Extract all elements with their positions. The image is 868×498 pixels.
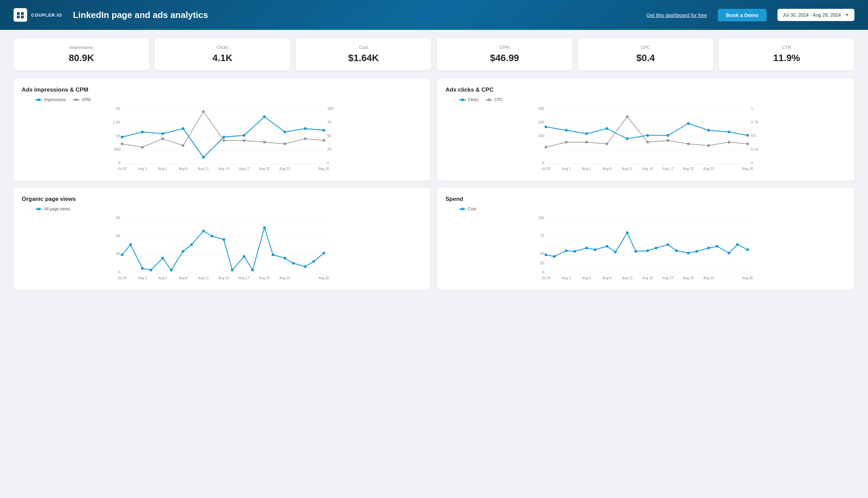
svg-point-149 [573, 250, 576, 253]
svg-text:Aug 20: Aug 20 [259, 167, 270, 171]
svg-point-123 [304, 265, 307, 268]
legend-all-page-views: All page views [35, 207, 70, 211]
kpi-card-ctr: CTR 11.9% [719, 38, 854, 70]
svg-text:Aug 14: Aug 14 [642, 276, 653, 280]
svg-point-24 [223, 136, 225, 139]
svg-rect-1 [21, 12, 24, 15]
kpi-label-3: CPM [445, 45, 564, 50]
svg-point-164 [727, 252, 730, 254]
svg-point-36 [243, 139, 245, 142]
svg-point-85 [727, 141, 730, 144]
spend-chart-area: 100 75 50 25 0 [445, 214, 846, 282]
svg-point-27 [283, 131, 286, 133]
svg-text:Aug 5: Aug 5 [158, 167, 168, 171]
organic-views-chart-card: Organic page views All page views 3K 2K … [14, 187, 431, 290]
impressions-cpm-chart-area: 2K 1.5K 1K 500 0 100 75 50 25 0 [22, 105, 423, 173]
svg-text:Aug 17: Aug 17 [239, 167, 250, 171]
svg-point-40 [322, 139, 325, 142]
kpi-card-cpm: CPM $46.99 [437, 38, 572, 70]
svg-point-153 [614, 251, 617, 253]
legend-cost-label: Cost [468, 207, 476, 211]
svg-point-115 [223, 238, 225, 241]
svg-text:100: 100 [538, 216, 544, 220]
get-dashboard-link[interactable]: Get this dashboard for free [646, 12, 707, 18]
svg-point-77 [565, 141, 567, 144]
legend-cpc-dot [485, 100, 492, 101]
svg-point-120 [271, 253, 274, 256]
svg-point-68 [605, 127, 608, 130]
impressions-cpm-svg: 2K 1.5K 1K 500 0 100 75 50 25 0 [22, 105, 423, 173]
legend-views-dot [35, 209, 42, 210]
svg-point-21 [161, 132, 164, 135]
svg-point-66 [565, 129, 567, 132]
svg-point-160 [687, 252, 690, 254]
organic-views-title: Organic page views [22, 196, 423, 202]
svg-text:300: 300 [538, 106, 544, 110]
svg-point-152 [605, 245, 608, 248]
svg-point-79 [605, 143, 608, 145]
organic-views-chart-area: 3K 2K 1K 0 [22, 214, 423, 282]
impressions-cpm-chart-card: Ads impressions & CPM Impressions CPM 2K… [14, 78, 431, 181]
svg-point-20 [141, 131, 144, 133]
svg-text:Aug 23: Aug 23 [703, 167, 714, 171]
svg-text:Aug 23: Aug 23 [703, 276, 714, 280]
svg-text:Aug 2: Aug 2 [562, 276, 571, 280]
svg-point-108 [149, 269, 152, 271]
legend-cost-dot [459, 209, 466, 210]
svg-text:0.75: 0.75 [751, 120, 758, 124]
clicks-cpc-legend: Clicks CPC [459, 97, 846, 102]
kpi-card-clicks: Clicks 4.1K [155, 38, 290, 70]
svg-text:100: 100 [327, 106, 333, 110]
page-title: LinkedIn page and ads analytics [73, 10, 208, 21]
svg-point-76 [545, 146, 547, 148]
svg-point-84 [707, 144, 710, 147]
kpi-card-cpc: CPC $0.4 [578, 38, 713, 70]
date-range-picker[interactable]: Jul 30, 2024 - Aug 28, 2024 ▼ [777, 9, 854, 21]
svg-text:Aug 20: Aug 20 [259, 276, 270, 280]
svg-text:Aug 8: Aug 8 [179, 276, 188, 280]
svg-point-32 [161, 137, 164, 140]
svg-point-74 [727, 131, 730, 133]
svg-point-109 [161, 257, 164, 260]
svg-text:0: 0 [751, 161, 753, 165]
svg-text:75: 75 [327, 120, 331, 124]
legend-impressions: Impressions [35, 97, 66, 102]
svg-text:Aug 11: Aug 11 [198, 276, 209, 280]
svg-point-28 [304, 127, 307, 130]
svg-text:Jul 30: Jul 30 [542, 276, 551, 280]
svg-point-23 [202, 156, 205, 159]
svg-point-75 [746, 134, 749, 137]
svg-text:Aug 8: Aug 8 [602, 167, 612, 171]
kpi-value-0: 80.9K [22, 53, 141, 63]
legend-cpm: CPM [73, 97, 91, 102]
svg-text:Aug 20: Aug 20 [683, 167, 694, 171]
legend-clicks: Clicks [459, 97, 479, 102]
svg-point-161 [695, 250, 698, 253]
svg-point-26 [263, 115, 266, 118]
svg-text:0: 0 [118, 270, 120, 274]
svg-text:50: 50 [327, 134, 331, 138]
svg-text:75: 75 [540, 234, 544, 238]
svg-point-31 [141, 146, 144, 148]
spend-title: Spend [445, 196, 846, 202]
kpi-value-5: 11.9% [727, 53, 846, 63]
spend-legend: Cost [459, 207, 846, 211]
legend-cpc-label: CPC [494, 97, 503, 102]
svg-point-150 [585, 247, 588, 249]
svg-point-151 [594, 248, 597, 251]
svg-text:1K: 1K [116, 134, 121, 138]
svg-point-106 [129, 243, 132, 246]
svg-point-73 [707, 129, 710, 132]
svg-text:Aug 8: Aug 8 [602, 276, 612, 280]
svg-text:0: 0 [542, 161, 544, 165]
legend-cost: Cost [459, 207, 476, 211]
svg-point-121 [283, 257, 286, 260]
svg-point-78 [585, 141, 588, 144]
svg-text:Aug 11: Aug 11 [622, 276, 633, 280]
svg-point-19 [121, 136, 123, 139]
svg-text:0: 0 [327, 161, 329, 165]
book-demo-button[interactable]: Book a Demo [718, 9, 766, 21]
svg-text:Aug 2: Aug 2 [138, 276, 147, 280]
svg-point-116 [231, 269, 233, 271]
svg-text:2K: 2K [116, 234, 121, 238]
